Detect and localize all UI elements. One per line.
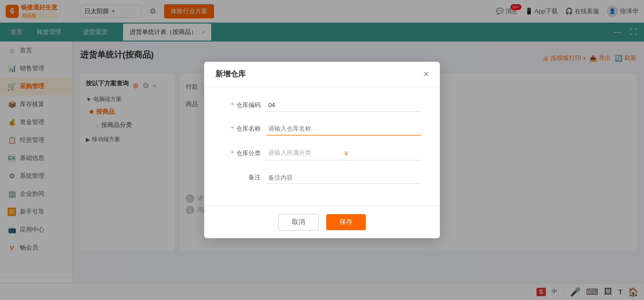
category-chevron-icon: ∨: [344, 149, 419, 157]
category-label: * 仓库分类: [223, 149, 261, 158]
modal-header: 新增仓库 ×: [204, 62, 440, 87]
code-field-row: * 仓库编码: [223, 99, 421, 112]
remark-input[interactable]: [266, 171, 421, 184]
name-label: * 仓库名称: [223, 125, 261, 133]
code-input[interactable]: [266, 99, 421, 112]
category-select[interactable]: 请输入所属分类 ∨: [266, 146, 421, 160]
remark-label: 备注: [223, 173, 261, 182]
cancel-button[interactable]: 取消: [278, 214, 319, 231]
code-label: * 仓库编码: [223, 101, 261, 109]
save-button[interactable]: 保存: [326, 214, 366, 230]
modal-body: * 仓库编码 * 仓库名称 * 仓库分类 请输入所属: [204, 87, 440, 206]
modal-footer: 取消 保存: [204, 206, 440, 238]
modal-close-button[interactable]: ×: [423, 69, 429, 79]
remark-field-row: 备注: [223, 171, 421, 184]
name-input[interactable]: [266, 122, 421, 135]
modal-title: 新增仓库: [215, 69, 246, 79]
name-field-row: * 仓库名称: [223, 122, 421, 135]
modal-overlay[interactable]: 新增仓库 × * 仓库编码 * 仓库名称: [0, 0, 644, 300]
new-warehouse-modal: 新增仓库 × * 仓库编码 * 仓库名称: [204, 62, 440, 238]
category-placeholder: 请输入所属分类: [268, 149, 344, 157]
category-field-row: * 仓库分类 请输入所属分类 ∨: [223, 146, 421, 160]
